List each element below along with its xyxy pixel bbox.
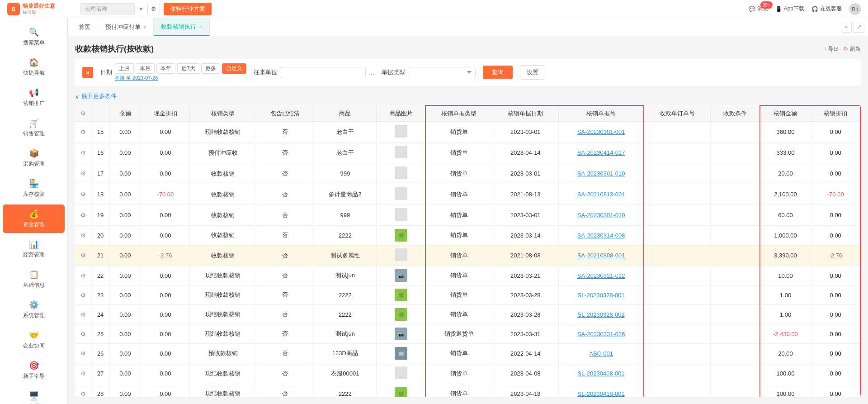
- sidebar-item-basic[interactable]: 📋 基础信息: [3, 265, 65, 294]
- row-gear[interactable]: ⚙: [75, 122, 91, 143]
- row-bill-date: 2023-03-01: [492, 163, 559, 184]
- row-bill-no[interactable]: ABC-001: [559, 344, 644, 363]
- row-include-settled: 否: [256, 384, 314, 397]
- refresh-label: 刷新: [850, 45, 861, 53]
- row-amount: 333.00: [760, 143, 811, 163]
- sidebar-item-finance[interactable]: 💰 资金管理: [3, 204, 65, 233]
- row-gear[interactable]: ⚙: [75, 305, 91, 324]
- row-include-settled: 否: [256, 184, 314, 205]
- row-bill-no[interactable]: SA-20210813-001: [559, 184, 644, 205]
- row-gear[interactable]: ⚙: [75, 184, 91, 205]
- sidebar-label-management: 经营管理: [23, 251, 45, 259]
- row-bill-date: 2023-04-08: [492, 363, 559, 384]
- sidebar-item-hardware[interactable]: 🖥️ 智能硬件: [3, 386, 65, 404]
- sidebar-item-management[interactable]: 📊 经营管理: [3, 235, 65, 263]
- row-bill-no[interactable]: SA-20230414-017: [559, 143, 644, 163]
- row-bill-no[interactable]: SA-20230301-010: [559, 163, 644, 184]
- tab-receipt-close[interactable]: ×: [199, 24, 202, 29]
- sidebar-label-purchase: 采购管理: [23, 160, 45, 168]
- row-goods-img: [376, 363, 425, 384]
- row-gear[interactable]: ⚙: [75, 363, 91, 384]
- row-bill-no[interactable]: SL-20230328-001: [559, 285, 644, 305]
- row-gear[interactable]: ⚙: [75, 384, 91, 397]
- row-balance: 0.00: [109, 324, 141, 344]
- sales-icon: 🛒: [29, 118, 39, 128]
- row-gear[interactable]: ⚙: [75, 245, 91, 266]
- row-include-settled: 否: [256, 205, 314, 226]
- row-bill-no[interactable]: SA-20230321-012: [559, 266, 644, 285]
- row-bill-no[interactable]: SA-20230301-001: [559, 122, 644, 143]
- message-button[interactable]: 💬 消息 99+: [749, 5, 768, 13]
- row-bill-no[interactable]: SA-20230331-026: [559, 324, 644, 344]
- date-range-link[interactable]: 不限 至 2023-07-26: [115, 75, 158, 81]
- filter-toggle[interactable]: »: [82, 67, 93, 78]
- date-this-month[interactable]: 本月: [136, 63, 155, 74]
- sidebar-item-guide[interactable]: 🎯 新手引导: [3, 356, 65, 385]
- sidebar-label-nav: 快捷导航: [23, 69, 45, 77]
- row-include-settled: 否: [256, 363, 314, 384]
- user-avatar[interactable]: Rit: [849, 3, 861, 15]
- row-gear[interactable]: ⚙: [75, 266, 91, 285]
- col-gear[interactable]: ⚙: [75, 105, 91, 122]
- row-gear[interactable]: ⚙: [75, 344, 91, 363]
- page-header: 收款核销执行(按收款) ↑ 导出 ↻ 刷新: [75, 43, 861, 54]
- row-discount: 0.00: [811, 226, 860, 245]
- date-7days[interactable]: 近7天: [177, 63, 199, 74]
- online-service-button[interactable]: 🎧 在线客服: [811, 5, 842, 13]
- table-row: ⚙ 22 0.00 0.00 现结收款核销 否 测试jun 📷 销货单 2023…: [75, 266, 860, 285]
- date-more[interactable]: 更多: [201, 63, 220, 74]
- row-seq: 23: [91, 285, 109, 305]
- refresh-button[interactable]: ↻ 刷新: [844, 45, 861, 53]
- sidebar-item-nav[interactable]: 🏠 快捷导航: [3, 53, 65, 81]
- sidebar-item-inventory[interactable]: 🏪 库存核算: [3, 174, 65, 203]
- filter-dots[interactable]: ...: [368, 68, 374, 76]
- col-bill-date: 核销单据日期: [492, 105, 559, 122]
- row-bill-no[interactable]: SL-20230408-001: [559, 363, 644, 384]
- expand-more[interactable]: ∨ 展开更多条件: [75, 92, 861, 100]
- settings-button[interactable]: 设置: [520, 65, 545, 80]
- bill-type-select[interactable]: [408, 67, 476, 78]
- row-cash-discount: 0.00: [141, 305, 190, 324]
- tab-close-all[interactable]: ×: [841, 22, 852, 33]
- sidebar-item-purchase[interactable]: 📦 采购管理: [3, 144, 65, 172]
- company-dropdown-arrow[interactable]: ▼: [138, 6, 144, 12]
- company-selector[interactable]: 公司名称: [80, 3, 135, 14]
- row-goods: 衣服00001: [314, 363, 376, 384]
- date-last-month[interactable]: 上月: [115, 63, 134, 74]
- sidebar-item-collab[interactable]: 🤝 企业协同: [3, 326, 65, 354]
- app-download-button[interactable]: 📱 App下载: [775, 5, 804, 13]
- settings-icon[interactable]: ⚙: [147, 3, 160, 15]
- sidebar-item-search[interactable]: 🔍 搜索菜单: [3, 23, 65, 51]
- tab-receipt[interactable]: 收款核销执行 ×: [154, 18, 209, 36]
- row-gear[interactable]: ⚙: [75, 143, 91, 163]
- export-button[interactable]: ↑ 导出: [824, 45, 839, 53]
- row-gear[interactable]: ⚙: [75, 285, 91, 305]
- from-unit-input[interactable]: [280, 67, 366, 78]
- sidebar-item-marketing[interactable]: 📢 营销推广: [3, 83, 65, 112]
- tab-bar: 首页 预付冲应付单 × 收款核销执行 × × ⤢: [68, 18, 868, 36]
- row-gear[interactable]: ⚙: [75, 163, 91, 184]
- row-gear[interactable]: ⚙: [75, 226, 91, 245]
- row-amount: 60.00: [760, 205, 811, 226]
- row-bill-no[interactable]: SA-20230314-008: [559, 226, 644, 245]
- row-bill-no[interactable]: SA-20210808-001: [559, 245, 644, 266]
- row-bill-no[interactable]: SL-20230418-001: [559, 384, 644, 397]
- row-gear[interactable]: ⚙: [75, 205, 91, 226]
- sidebar-item-sales[interactable]: 🛒 销售管理: [3, 114, 65, 142]
- row-bill-no[interactable]: SA-20230301-010: [559, 205, 644, 226]
- tab-prepay[interactable]: 预付冲应付单 ×: [98, 18, 154, 36]
- row-discount: 0.00: [811, 344, 860, 363]
- row-bill-date: 2023-03-28: [492, 285, 559, 305]
- row-bill-date: 2023-03-31: [492, 324, 559, 344]
- date-this-year[interactable]: 本年: [156, 63, 175, 74]
- trial-button[interactable]: 体验行业方案: [164, 3, 212, 15]
- tab-expand[interactable]: ⤢: [854, 22, 864, 33]
- sidebar-item-system[interactable]: ⚙️ 系统管理: [3, 295, 65, 324]
- query-button[interactable]: 查询: [483, 66, 513, 79]
- date-custom[interactable]: 自定义: [222, 63, 246, 74]
- tab-prepay-close[interactable]: ×: [143, 24, 146, 30]
- row-gear[interactable]: ⚙: [75, 324, 91, 344]
- row-bill-no[interactable]: SL-20230328-002: [559, 305, 644, 324]
- table-container[interactable]: ⚙ 余额 现金折扣 核销类型 包含已结清 商品 商品图片 核销单据类型 核销单据…: [75, 105, 861, 397]
- tab-home[interactable]: 首页: [71, 18, 98, 36]
